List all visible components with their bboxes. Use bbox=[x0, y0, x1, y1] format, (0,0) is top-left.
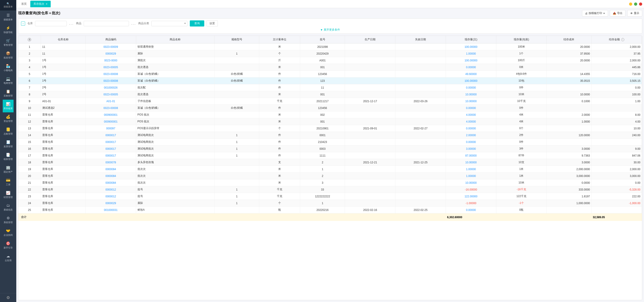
cell-code-12[interactable]: 000097 bbox=[86, 125, 136, 132]
sidebar-item-wholesale[interactable]: 📦批发管理 bbox=[3, 49, 14, 62]
cell-qty-main-4[interactable]: 49.60000 bbox=[446, 71, 496, 77]
expand-more-conditions[interactable]: ▼ 展开更多条件 bbox=[21, 28, 639, 32]
cell-qty-main-12[interactable]: 0.00000 bbox=[446, 125, 496, 132]
cell-qty-main-20[interactable]: 10.00000 bbox=[446, 180, 496, 186]
cell-qty-main-15[interactable]: 3.00000 bbox=[446, 145, 496, 152]
cell-code-1[interactable]: 0000029 bbox=[86, 50, 136, 57]
product-input[interactable] bbox=[84, 21, 129, 26]
sidebar-item-biz[interactable]: 📈经营管理 bbox=[3, 189, 14, 201]
cell-code-21[interactable]: 0000012 bbox=[86, 186, 136, 193]
export-icon: 📤 bbox=[613, 12, 616, 15]
tab-home[interactable]: 首页 bbox=[18, 1, 30, 7]
sidebar-item-shop[interactable]: 🏪小额电商 bbox=[3, 62, 14, 74]
cell-code-4[interactable]: 0023-00008 bbox=[86, 71, 136, 77]
cell-qty-main-17[interactable]: 10.00000 bbox=[446, 159, 496, 166]
cell-batch-3: 001 bbox=[300, 64, 345, 71]
cell-code-16[interactable]: 0000017 bbox=[86, 152, 136, 159]
close-button[interactable] bbox=[639, 3, 642, 6]
category-select[interactable] bbox=[151, 21, 188, 26]
cell-qty-main-5[interactable]: 100.00000 bbox=[446, 77, 496, 84]
cell-qty-main-6[interactable]: 0.00000 bbox=[446, 84, 496, 91]
cell-code-14[interactable]: 0000017 bbox=[86, 139, 136, 145]
col-header-batch: 批号 bbox=[300, 36, 345, 44]
cell-qty-main-8[interactable]: 10.00000 bbox=[446, 98, 496, 105]
minimize-button[interactable] bbox=[629, 3, 632, 6]
cell-spec-16: 1 bbox=[214, 152, 259, 159]
sidebar-item-quicknav[interactable]: ⚡快捷导航 bbox=[3, 24, 14, 36]
sidebar-logo[interactable]: 🔍 搜索菜单 bbox=[0, 0, 16, 11]
cell-code-24[interactable]: 001000031 bbox=[86, 207, 136, 213]
cell-code-6[interactable]: 001000026 bbox=[86, 84, 136, 91]
sidebar-item-finance[interactable]: 💰资金管理 bbox=[3, 112, 14, 125]
cell-qty-main-14[interactable]: 0.00000 bbox=[446, 139, 496, 145]
sidebar-settings[interactable]: ⚙ bbox=[0, 293, 16, 302]
cell-code-18[interactable]: 0000084 bbox=[86, 166, 136, 173]
sidebar-item-tax[interactable]: 📑税务管理 bbox=[3, 150, 14, 163]
cell-expire-0 bbox=[396, 44, 446, 50]
cell-code-9[interactable]: 0023-00008 bbox=[86, 105, 136, 111]
query-button[interactable]: 查询 bbox=[190, 20, 204, 27]
cell-code-15[interactable]: 0000017 bbox=[86, 145, 136, 152]
sidebar-item-purchase[interactable]: 📋采购管理 bbox=[3, 87, 14, 100]
cell-qty-main-24[interactable]: 0.00000 bbox=[446, 207, 496, 213]
filter-expand-arrow[interactable]: › bbox=[21, 22, 25, 26]
sidebar-item-search[interactable]: ☰搜索菜单 bbox=[3, 11, 14, 24]
sidebar-item-asset[interactable]: 🏢固定资产 bbox=[3, 163, 14, 176]
cell-code-2[interactable]: 0023-0000 bbox=[86, 57, 136, 64]
cell-code-23[interactable]: 0000029 bbox=[86, 200, 136, 207]
cell-code-3[interactable]: 0023-00005 bbox=[86, 64, 136, 71]
cell-code-5[interactable]: 0023-00008 bbox=[86, 77, 136, 84]
cell-qty-main-18[interactable]: 1.00000 bbox=[446, 166, 496, 173]
cell-qty-main-23[interactable]: -1.00000 bbox=[446, 200, 496, 207]
cell-qty-main-1[interactable]: 1.00000 bbox=[446, 50, 496, 57]
warehouse-input[interactable] bbox=[35, 21, 67, 26]
sidebar-item-guide[interactable]: 🎯新手引导 bbox=[3, 239, 14, 252]
value-info-icon[interactable]: i bbox=[621, 38, 624, 41]
cell-qty-main-9[interactable]: 0.00000 bbox=[446, 105, 496, 111]
cell-code-7[interactable]: 0023-00005 bbox=[86, 91, 136, 98]
print-button[interactable]: 🖨 按模板打印 ▼ bbox=[582, 10, 608, 17]
sidebar-item-payroll[interactable]: 💳工资 bbox=[3, 176, 14, 189]
sidebar-item-retail[interactable]: 🛒零售管理 bbox=[3, 36, 14, 49]
sidebar-item-sys[interactable]: ⚙系统管理 bbox=[3, 214, 14, 226]
cell-qty-main-0[interactable]: 100.00000 bbox=[446, 44, 496, 50]
cell-qty-main-2[interactable]: 100.00000 bbox=[446, 57, 496, 64]
cell-qty-main-22[interactable]: 122.00000 bbox=[446, 193, 496, 200]
tab-batch[interactable]: 库存批次✕ bbox=[30, 1, 51, 7]
setting-button[interactable]: 设置 bbox=[206, 20, 218, 27]
cell-code-19[interactable]: 0000084 bbox=[86, 173, 136, 180]
cell-qty-main-13[interactable]: 2.00000 bbox=[446, 132, 496, 139]
cell-code-22[interactable]: 0000012 bbox=[86, 193, 136, 200]
cell-qty-main-19[interactable]: 1.00000 bbox=[446, 173, 496, 180]
cell-qty-main-7[interactable]: 10.00000 bbox=[446, 91, 496, 98]
sidebar-item-invoice[interactable]: 🧾发票管理 bbox=[3, 138, 14, 150]
sidebar-item-inventory[interactable]: 📊库存核算 bbox=[3, 100, 14, 112]
display-button[interactable]: 👁 显示 bbox=[627, 10, 642, 17]
export-button[interactable]: 📤 导出 bbox=[610, 10, 626, 17]
sidebar-item-collab[interactable]: 🤝企业协同 bbox=[3, 226, 14, 239]
table-row: 4 1号 0023-00005 批次透选 米 001 0.00000 0米 44… bbox=[18, 64, 642, 71]
select-all-checkbox[interactable]: ☰ bbox=[28, 38, 31, 42]
cell-code-17[interactable]: 0000078 bbox=[86, 159, 136, 166]
cell-qty-main-16[interactable]: 87.00000 bbox=[446, 152, 496, 159]
sidebar-item-basic[interactable]: 🗂基础信息 bbox=[3, 201, 14, 214]
cell-code-10[interactable]: 000900001 bbox=[86, 111, 136, 118]
cell-seq-19: 20 bbox=[18, 173, 41, 180]
cell-qty-main-3[interactable]: 0.00000 bbox=[446, 64, 496, 71]
sidebar-item-general[interactable]: 📒总账管理 bbox=[3, 125, 14, 138]
cell-value-13: 240.00 bbox=[592, 132, 642, 139]
cell-code-0[interactable]: 0023-00009 bbox=[86, 44, 136, 50]
cell-qty-main-11[interactable]: 4.00000 bbox=[446, 118, 496, 125]
sidebar-item-cloud[interactable]: ☁云应用 bbox=[3, 252, 14, 264]
cell-code-8[interactable]: A01-01 bbox=[86, 98, 136, 105]
cell-qty-main-10[interactable]: 4.00000 bbox=[446, 111, 496, 118]
cell-code-13[interactable]: 0000017 bbox=[86, 132, 136, 139]
sidebar-label-asset: 固定资产 bbox=[4, 170, 13, 174]
cell-cost-8: 0.1000 bbox=[546, 98, 591, 105]
maximize-button[interactable] bbox=[634, 3, 637, 6]
cell-code-20[interactable]: 0000084 bbox=[86, 180, 136, 186]
sidebar-item-ecom[interactable]: 💻电商管理 bbox=[3, 74, 14, 87]
cell-code-11[interactable]: 000900001 bbox=[86, 118, 136, 125]
tab-close-batch[interactable]: ✕ bbox=[46, 3, 48, 5]
cell-qty-main-21[interactable]: -16.00000 bbox=[446, 186, 496, 193]
